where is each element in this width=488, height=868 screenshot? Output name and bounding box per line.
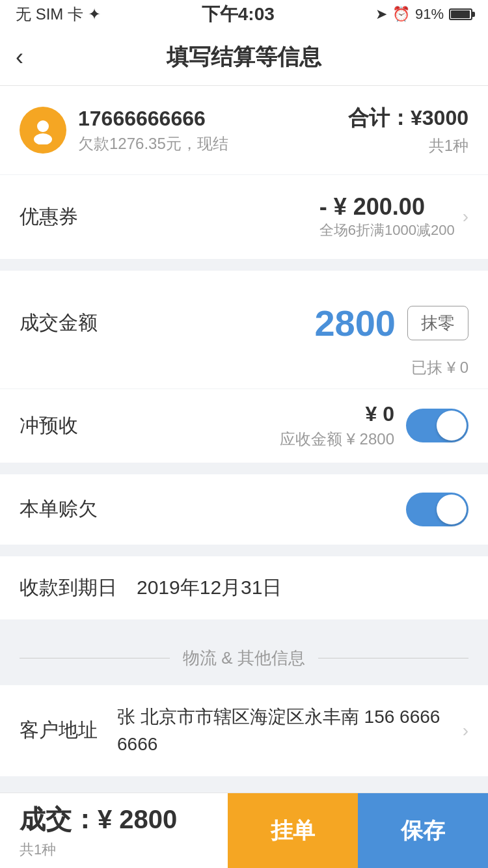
amount-section: 成交金额 2800 抹零 已抹 ¥ 0 [0, 271, 488, 388]
content: 17666666666 欠款1276.35元，现结 合计：¥3000 共1种 优… [0, 86, 488, 868]
svg-point-1 [34, 133, 52, 144]
svg-point-0 [37, 120, 49, 132]
bottom-summary: 成交：¥ 2800 共1种 [0, 793, 228, 868]
logistics-title: 物流 & 其他信息 [183, 647, 305, 670]
amount-right: 2800 抹零 [314, 302, 468, 344]
coupon-desc: 全场6折满1000减200 [319, 221, 455, 241]
user-info-card: 17666666666 欠款1276.35元，现结 合计：¥3000 共1种 优… [0, 86, 488, 259]
bottom-bar: 成交：¥ 2800 共1种 挂单 保存 [0, 793, 488, 868]
alarm-icon: ⏰ [392, 6, 410, 23]
user-left: 17666666666 欠款1276.35元，现结 [20, 107, 228, 154]
address-value: 张 北京市市辖区海淀区永丰南 156 6666 6666 [117, 703, 463, 758]
prepay-toggle[interactable] [406, 409, 468, 442]
chevron-right-icon: › [463, 206, 468, 227]
coupon-row[interactable]: 优惠券 - ¥ 200.00 全场6折满1000减200 › [0, 174, 488, 259]
page-title: 填写结算等信息 [167, 42, 321, 72]
user-row: 17666666666 欠款1276.35元，现结 合计：¥3000 共1种 [0, 86, 488, 174]
debt-toggle[interactable] [406, 493, 468, 526]
avatar-icon [29, 116, 57, 144]
bottom-deal-amount: 成交：¥ 2800 [20, 802, 208, 837]
deal-amount-card: 成交金额 2800 抹零 已抹 ¥ 0 冲预收 ¥ 0 应收金额 ¥ 2800 [0, 271, 488, 463]
user-phone: 17666666666 [78, 107, 228, 131]
amount-row: 成交金额 2800 抹零 [20, 289, 468, 357]
prepay-label: 冲预收 [20, 413, 78, 439]
address-label: 客户地址 [20, 717, 98, 744]
status-left: 无 SIM 卡 ✦ [16, 4, 101, 25]
deal-value: 2800 [314, 302, 396, 344]
bottom-deal-value: ¥ 2800 [98, 805, 177, 834]
coupon-right: - ¥ 200.00 全场6折满1000减200 › [319, 193, 468, 241]
user-sub: 欠款1276.35元，现结 [78, 133, 228, 154]
debt-toggle-knob [437, 495, 467, 524]
avatar [20, 107, 66, 154]
sim-text: 无 SIM 卡 ✦ [16, 4, 101, 25]
back-button[interactable]: ‹ [16, 44, 23, 71]
duedate-label: 收款到期日 [20, 575, 117, 601]
save-button[interactable]: 保存 [358, 793, 488, 868]
location-icon: ➤ [375, 6, 387, 23]
coupon-label: 优惠券 [20, 204, 78, 230]
hold-button[interactable]: 挂单 [228, 793, 358, 868]
prepay-right: ¥ 0 应收金额 ¥ 2800 [280, 402, 468, 450]
battery-icon [449, 8, 472, 20]
deal-label: 成交金额 [20, 310, 98, 336]
bottom-deal-prefix: 成交： [20, 805, 98, 834]
total-label: 合计：¥3000 [348, 104, 468, 133]
battery-text: 91% [415, 6, 444, 23]
prepay-amount: ¥ 0 [280, 402, 394, 426]
prepay-row: 冲预收 ¥ 0 应收金额 ¥ 2800 [0, 388, 488, 463]
address-row[interactable]: 客户地址 张 北京市市辖区海淀区永丰南 156 6666 6666 › [0, 685, 488, 776]
bottom-count: 共1种 [20, 840, 208, 860]
coupon-amount: - ¥ 200.00 [319, 193, 455, 221]
total-value: ¥3000 [411, 106, 468, 129]
status-time: 下午4:03 [202, 2, 275, 27]
logistics-header: 物流 & 其他信息 [0, 631, 488, 685]
address-chevron-icon: › [463, 720, 468, 741]
nav-bar: ‹ 填写结算等信息 [0, 29, 488, 86]
duedate-row: 收款到期日 2019年12月31日 [0, 556, 488, 619]
debt-row: 本单赊欠 [0, 474, 488, 545]
round-button[interactable]: 抹零 [407, 306, 468, 340]
duedate-value: 2019年12月31日 [137, 575, 282, 601]
debt-label: 本单赊欠 [20, 496, 98, 522]
deal-sub: 已抹 ¥ 0 [20, 357, 468, 388]
status-right: ➤ ⏰ 91% [375, 6, 472, 23]
user-total: 合计：¥3000 共1种 [348, 104, 468, 156]
total-prefix: 合计： [348, 106, 411, 129]
toggle-knob [437, 411, 467, 441]
user-info: 17666666666 欠款1276.35元，现结 [78, 107, 228, 154]
prepay-info: ¥ 0 应收金额 ¥ 2800 [280, 402, 394, 450]
prepay-sub: 应收金额 ¥ 2800 [280, 429, 394, 450]
status-bar: 无 SIM 卡 ✦ 下午4:03 ➤ ⏰ 91% [0, 0, 488, 29]
total-sub: 共1种 [348, 135, 468, 156]
